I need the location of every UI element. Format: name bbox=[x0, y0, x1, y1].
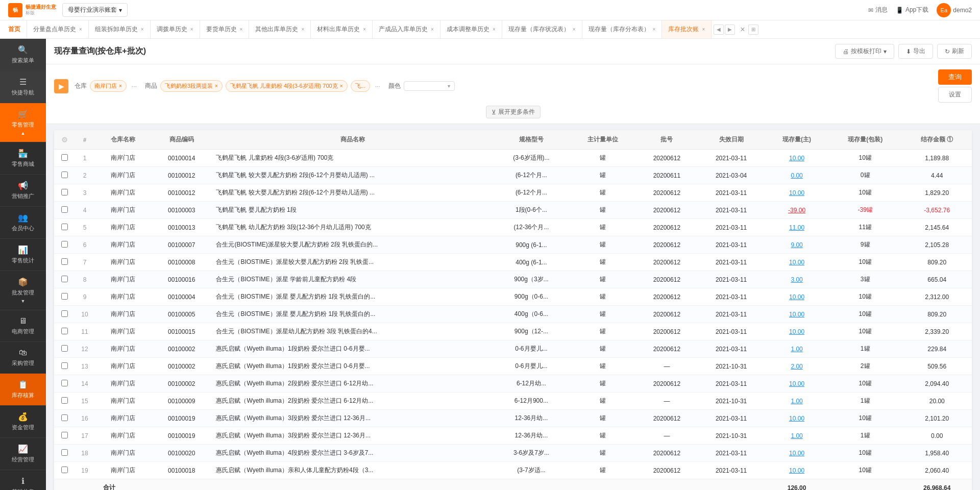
tab-4[interactable]: 要货单历史 × bbox=[200, 20, 250, 39]
row-qty-main[interactable]: 10.00 bbox=[765, 254, 828, 271]
tab-3-close[interactable]: × bbox=[190, 27, 193, 32]
nav-prev[interactable]: ◀ bbox=[714, 24, 724, 35]
row-qty-main[interactable]: 3.00 bbox=[765, 271, 828, 288]
settings-icon[interactable]: ⚙ bbox=[61, 136, 68, 144]
row-qty-main[interactable]: 1.00 bbox=[765, 393, 828, 410]
expand-conditions-btn[interactable]: ⊻ 展开更多条件 bbox=[486, 106, 541, 118]
tab-5-close[interactable]: × bbox=[301, 27, 304, 32]
user-area[interactable]: Ea demo2 bbox=[937, 3, 972, 17]
row-qty-main[interactable]: -39.00 bbox=[765, 202, 828, 219]
template-print-btn[interactable]: 🖨 按模板打印 ▾ bbox=[835, 44, 894, 59]
tab-4-close[interactable]: × bbox=[240, 27, 243, 32]
tab-home[interactable]: 首页 bbox=[2, 20, 27, 39]
refresh-btn[interactable]: ↻ 刷新 bbox=[937, 44, 972, 59]
row-checkbox[interactable] bbox=[54, 167, 75, 184]
sidebar-item-mall[interactable]: 🏪 零售商城 bbox=[0, 142, 46, 175]
row-checkbox[interactable] bbox=[54, 340, 75, 358]
row-check-15[interactable] bbox=[61, 414, 68, 421]
remove-product-tag-1[interactable]: × bbox=[340, 83, 343, 89]
row-qty-main[interactable]: 10.00 bbox=[765, 306, 828, 323]
row-qty-main[interactable]: 9.00 bbox=[765, 236, 828, 254]
tab-5[interactable]: 其他出库单历史 × bbox=[249, 20, 311, 39]
nav-next[interactable]: ▶ bbox=[725, 24, 735, 35]
close-all-tabs[interactable]: × bbox=[737, 25, 748, 34]
sidebar-item-ops[interactable]: 📈 经营管理 bbox=[0, 438, 46, 470]
remove-warehouse-tag[interactable]: × bbox=[119, 83, 122, 89]
sidebar-item-ecommerce[interactable]: 🖥 电商管理 bbox=[0, 310, 46, 342]
tab-7-close[interactable]: × bbox=[431, 27, 434, 32]
tab-6-close[interactable]: × bbox=[363, 27, 366, 32]
tab-1[interactable]: 分量盘点单历史 × bbox=[27, 20, 89, 39]
sidebar-item-basics[interactable]: ℹ 基础信息 bbox=[0, 470, 46, 490]
row-checkbox[interactable] bbox=[54, 393, 75, 410]
tab-2[interactable]: 组装拆卸单历史 × bbox=[89, 20, 151, 39]
sidebar-item-finance[interactable]: 💰 资金管理 bbox=[0, 406, 46, 438]
row-check-7[interactable] bbox=[61, 276, 68, 282]
tab-10[interactable]: 现存量（库存分布表） × bbox=[582, 20, 663, 39]
row-checkbox[interactable] bbox=[54, 375, 75, 393]
row-qty-main[interactable]: 1.00 bbox=[765, 340, 828, 358]
sidebar-item-inventory[interactable]: 📋 库存核算 bbox=[0, 374, 46, 406]
row-qty-main[interactable]: 10.00 bbox=[765, 184, 828, 202]
row-checkbox[interactable] bbox=[54, 462, 75, 479]
tab-10-close[interactable]: × bbox=[653, 27, 656, 32]
row-qty-main[interactable]: 10.00 bbox=[765, 410, 828, 427]
row-qty-main[interactable]: 10.00 bbox=[765, 323, 828, 340]
row-checkbox[interactable] bbox=[54, 445, 75, 462]
export-btn[interactable]: ⬇ 导出 bbox=[898, 44, 933, 59]
tab-8-close[interactable]: × bbox=[493, 27, 496, 32]
row-qty-main[interactable]: 11.00 bbox=[765, 219, 828, 236]
sidebar-item-marketing[interactable]: 📢 营销推广 bbox=[0, 175, 46, 207]
search-button[interactable]: 查询 bbox=[938, 69, 972, 85]
warehouse-ellipsis[interactable]: ··· bbox=[130, 83, 139, 90]
row-qty-main[interactable]: 0.00 bbox=[765, 167, 828, 184]
row-check-11[interactable] bbox=[61, 345, 68, 352]
row-check-16[interactable] bbox=[61, 432, 68, 438]
row-check-5[interactable] bbox=[61, 241, 68, 248]
row-checkbox[interactable] bbox=[54, 254, 75, 271]
sidebar-item-purchase[interactable]: 🛍 采购管理 bbox=[0, 342, 46, 374]
tab-menu-btn[interactable]: ⊞ bbox=[748, 24, 758, 35]
row-checkbox[interactable] bbox=[54, 184, 75, 202]
row-check-6[interactable] bbox=[61, 258, 68, 265]
row-qty-main[interactable]: 10.00 bbox=[765, 375, 828, 393]
row-qty-main[interactable]: 2.00 bbox=[765, 358, 828, 375]
row-check-4[interactable] bbox=[61, 224, 68, 230]
row-checkbox[interactable] bbox=[54, 236, 75, 254]
row-checkbox[interactable] bbox=[54, 323, 75, 340]
row-qty-main[interactable]: 10.00 bbox=[765, 445, 828, 462]
tab-11-close[interactable]: × bbox=[702, 27, 705, 32]
product-ellipsis[interactable]: ··· bbox=[373, 83, 382, 90]
tab-9-close[interactable]: × bbox=[573, 27, 576, 32]
row-qty-main[interactable]: 1.00 bbox=[765, 427, 828, 445]
remove-product-tag-0[interactable]: × bbox=[215, 83, 218, 89]
row-checkbox[interactable] bbox=[54, 288, 75, 306]
row-check-18[interactable] bbox=[61, 467, 68, 473]
app-download-btn[interactable]: 📱 App下载 bbox=[896, 6, 928, 14]
row-checkbox[interactable] bbox=[54, 410, 75, 427]
row-check-13[interactable] bbox=[61, 380, 68, 386]
message-btn[interactable]: ✉ 消息 bbox=[868, 6, 888, 14]
row-check-0[interactable] bbox=[61, 154, 68, 161]
tab-1-close[interactable]: × bbox=[79, 27, 82, 32]
tab-6[interactable]: 材料出库单历史 × bbox=[311, 20, 373, 39]
sidebar-quick-nav[interactable]: ☰ 快捷导航 bbox=[0, 71, 46, 103]
row-checkbox[interactable] bbox=[54, 219, 75, 236]
row-qty-main[interactable]: 10.00 bbox=[765, 288, 828, 306]
row-checkbox[interactable] bbox=[54, 427, 75, 445]
setup-button[interactable]: 设置 bbox=[938, 87, 972, 103]
tab-8[interactable]: 成本调整单历史 × bbox=[440, 20, 502, 39]
row-checkbox[interactable] bbox=[54, 306, 75, 323]
sidebar-item-wholesale[interactable]: 📦 批发管理 ▼ bbox=[0, 271, 46, 310]
row-checkbox[interactable] bbox=[54, 358, 75, 375]
row-check-12[interactable] bbox=[61, 362, 68, 369]
sidebar-item-member[interactable]: 👥 会员中心 bbox=[0, 207, 46, 239]
filter-toggle-btn[interactable]: ▶ bbox=[54, 79, 68, 93]
row-checkbox[interactable] bbox=[54, 150, 75, 167]
sidebar-item-stats[interactable]: 📊 零售统计 bbox=[0, 239, 46, 271]
sidebar-search[interactable]: 🔍 搜索菜单 bbox=[0, 39, 46, 71]
row-check-10[interactable] bbox=[61, 328, 68, 334]
row-checkbox[interactable] bbox=[54, 202, 75, 219]
tab-11[interactable]: 库存批次账 × bbox=[662, 20, 712, 39]
row-qty-main[interactable]: 10.00 bbox=[765, 150, 828, 167]
